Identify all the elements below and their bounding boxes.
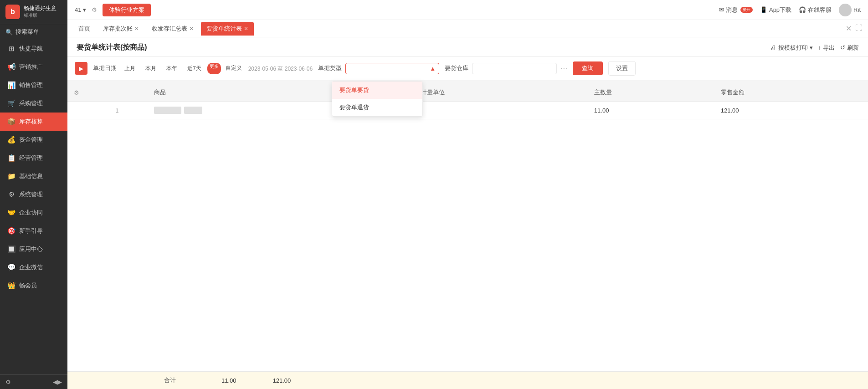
date-range-display: 2023-05-06 至 2023-06-06 [248, 65, 313, 73]
doc-type-select-container: ▲ [345, 63, 439, 74]
doc-type-label: 单据类型 [318, 64, 342, 72]
sidebar-item-sales[interactable]: 📊 销售管理 [0, 76, 67, 94]
nav-label: 企业协同 [19, 209, 43, 217]
sidebar-item-marketing[interactable]: 📢 营销推广 [0, 58, 67, 76]
sidebar-search[interactable]: 🔍 搜索菜单 [0, 24, 67, 40]
date-btn-last-month[interactable]: 上月 [120, 63, 139, 74]
tab-order-stats-label: 要货单统计表 [206, 25, 242, 33]
purchase-icon: 🛒 [7, 99, 15, 107]
query-button[interactable]: 查询 [573, 61, 603, 75]
operations-icon: 📋 [7, 154, 15, 162]
guide-icon: 🎯 [7, 227, 15, 235]
online-service-action[interactable]: 🎧 在线客服 [799, 6, 832, 14]
logo-icon: b [5, 5, 20, 19]
footer-amount: 121.00 [273, 377, 291, 384]
sidebar-item-finance[interactable]: 💰 资金管理 [0, 131, 67, 149]
tab-expand-icon[interactable]: ⛶ [855, 24, 863, 33]
sidebar-item-inventory[interactable]: 📦 库存核算 [0, 113, 67, 131]
product-placeholder-1 [154, 107, 181, 114]
print-button[interactable]: 🖨 按模板打印 ▾ [770, 44, 813, 52]
doc-type-dropdown: 要货单要货 要货单退货 [332, 81, 423, 117]
expand-filter-button[interactable]: ▶ [75, 62, 87, 75]
nav-label: 经营管理 [19, 154, 43, 162]
system-icon: ⚙ [7, 190, 15, 199]
tab-receive-summary[interactable]: 收发存汇总表 ✕ [146, 22, 199, 36]
export-button[interactable]: ↑ 导出 [818, 44, 835, 52]
nav-label: 营销推广 [19, 63, 43, 71]
sidebar-settings-icon[interactable]: ⚙ [5, 379, 11, 385]
warehouse-input[interactable] [472, 63, 557, 74]
sidebar-item-purchase[interactable]: 🛒 采购管理 [0, 94, 67, 113]
footer-quantity: 11.00 [221, 377, 236, 384]
tab-receive-summary-close[interactable]: ✕ [189, 26, 194, 32]
table-header-row: ⚙ 商品 主计量单位 主数量 零售金额 [67, 84, 868, 102]
date-filter-label: 单据日期 [93, 64, 117, 72]
nav-label: 采购管理 [19, 99, 43, 107]
column-settings-icon[interactable]: ⚙ [74, 89, 79, 96]
tab-batch-account-close[interactable]: ✕ [134, 26, 139, 32]
date-btn-this-month[interactable]: 本月 [141, 63, 160, 74]
sidebar-item-quick-nav[interactable]: ⊞ 快捷导航 [0, 40, 67, 58]
sidebar-item-wechat[interactable]: 💬 企业微信 [0, 258, 67, 276]
tab-close-all-icon[interactable]: ✕ [846, 24, 852, 33]
footer-label: 合计 [73, 376, 176, 384]
headset-icon: 🎧 [799, 6, 806, 13]
sidebar-item-basic-info[interactable]: 📁 基础信息 [0, 167, 67, 185]
refresh-button[interactable]: ↺ 刷新 [840, 44, 859, 52]
main-area: 41 ▾ ⚙ 体验行业方案 ✉ 消息 99+ 📱 App下载 🎧 在线客服 R [67, 0, 868, 389]
tabs-right: ✕ ⛶ [846, 24, 863, 33]
top-bar: 41 ▾ ⚙ 体验行业方案 ✉ 消息 99+ 📱 App下载 🎧 在线客服 R [67, 0, 868, 20]
table-footer: 合计 11.00 121.00 [67, 371, 868, 389]
store-selector[interactable]: 41 ▾ [75, 6, 86, 13]
filter-settings-button[interactable]: 设置 [608, 61, 636, 76]
sidebar-item-cooperation[interactable]: 🤝 企业协同 [0, 204, 67, 222]
date-more-badge[interactable]: 更多 [207, 63, 221, 74]
sidebar-item-app-center[interactable]: 🔲 应用中心 [0, 240, 67, 258]
td-unit: 块 [410, 102, 589, 119]
trial-button[interactable]: 体验行业方案 [103, 4, 151, 16]
app-download-action[interactable]: 📱 App下载 [760, 6, 791, 14]
export-icon: ↑ [818, 44, 822, 51]
th-unit: 主计量单位 [410, 84, 589, 102]
dropdown-item-yaohuodantuihuo[interactable]: 要货单退货 [332, 99, 422, 116]
th-settings: ⚙ [67, 84, 86, 102]
table-row: 1 块 11.00 121.00 [67, 102, 868, 119]
store-name: 41 [75, 6, 81, 13]
user-avatar-action[interactable]: Rit [839, 4, 861, 16]
sidebar-item-operations[interactable]: 📋 经营管理 [0, 149, 67, 167]
date-btn-this-year[interactable]: 本年 [162, 63, 181, 74]
tab-order-stats[interactable]: 要货单统计表 ✕ [201, 22, 254, 36]
more-filter-icon[interactable]: ··· [560, 64, 567, 73]
phone-icon: 📱 [760, 6, 767, 13]
page-title: 要货单统计表(按商品) [77, 43, 147, 52]
th-amount: 零售金额 [715, 84, 868, 102]
tab-order-stats-close[interactable]: ✕ [244, 26, 248, 32]
sidebar-collapse-btn[interactable]: ◀▶ [53, 379, 62, 385]
settings-gear-icon[interactable]: ⚙ [92, 6, 97, 13]
members-icon: 👑 [7, 282, 15, 290]
inventory-icon: 📦 [7, 118, 15, 126]
warehouse-filter-group: 要货仓库 ··· [445, 63, 567, 74]
filter-bar: ▶ 单据日期 上月 本月 本年 近7天 更多 自定义 2023-05-06 至 … [67, 56, 868, 80]
refresh-label: 刷新 [847, 44, 859, 52]
tab-home[interactable]: 首页 [73, 22, 96, 36]
table-container: ⚙ 商品 主计量单位 主数量 零售金额 1 [67, 84, 868, 371]
chevron-right-icon: ▶ [79, 65, 83, 72]
date-custom-btn[interactable]: 自定义 [223, 63, 245, 74]
dropdown-item-yaohuodanyaohuo[interactable]: 要货单要货 [332, 82, 422, 99]
nav-label: 快捷导航 [19, 45, 43, 53]
tab-batch-account[interactable]: 库存批次账 ✕ [98, 22, 144, 36]
messages-action[interactable]: ✉ 消息 99+ [719, 6, 753, 14]
nav-label: 基础信息 [19, 172, 43, 180]
search-icon: 🔍 [5, 29, 13, 36]
sidebar-item-members[interactable]: 👑 畅会员 [0, 276, 67, 295]
nav-label: 系统管理 [19, 190, 43, 199]
sidebar-item-guide[interactable]: 🎯 新手引导 [0, 222, 67, 240]
table-area: ⚙ 商品 主计量单位 主数量 零售金额 1 [67, 84, 868, 389]
sidebar-item-system[interactable]: ⚙ 系统管理 [0, 185, 67, 204]
nav-label: 企业微信 [19, 263, 43, 271]
messages-label: 消息 [726, 6, 738, 14]
doc-type-input[interactable] [345, 63, 439, 74]
finance-icon: 💰 [7, 136, 15, 144]
date-btn-7days[interactable]: 近7天 [183, 63, 205, 74]
